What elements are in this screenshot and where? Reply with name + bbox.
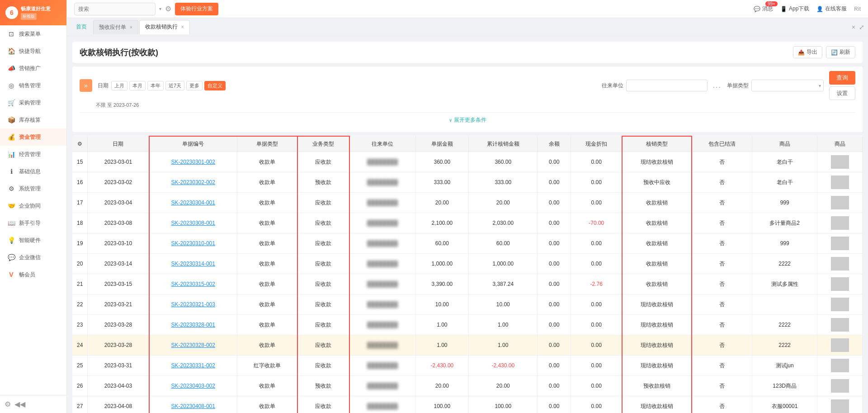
filter-partner-label: 往来单位 xyxy=(602,82,623,90)
cell-balance: 0.00 xyxy=(538,152,571,172)
cell-writeoff-type: 收款核销 xyxy=(622,254,692,274)
filter-date-this-year[interactable]: 本年 xyxy=(147,81,164,90)
cell-seq: 27 xyxy=(72,396,88,413)
cell-date: 2023-03-08 xyxy=(88,213,149,233)
tab-collection-close[interactable]: × xyxy=(181,24,184,29)
sidebar-item-wechat[interactable]: 💬 企业微信 xyxy=(0,249,66,266)
refresh-btn[interactable]: 🔄 刷新 xyxy=(826,46,855,58)
sidebar-settings-btn[interactable]: ⚙ xyxy=(5,400,11,408)
cell-balance: 0.00 xyxy=(538,315,571,335)
filter-date-this-month[interactable]: 本月 xyxy=(129,81,146,90)
tab-prepay-close[interactable]: × xyxy=(130,25,132,30)
filter-date-custom[interactable]: 自定义 xyxy=(204,81,226,90)
tab-home[interactable]: 首页 xyxy=(71,20,92,34)
cell-biz-type: 应收款 xyxy=(297,274,349,294)
sidebar-item-sales[interactable]: ◎ 销售管理 xyxy=(0,77,66,94)
cell-seq: 19 xyxy=(72,233,88,254)
filter-dots[interactable]: ... xyxy=(713,81,722,90)
cell-balance: 0.00 xyxy=(538,213,571,233)
cell-date: 2023-03-28 xyxy=(88,315,149,335)
nav-chevron-icon[interactable]: ▾ xyxy=(159,6,161,11)
sidebar-item-operations[interactable]: 📊 经营管理 xyxy=(0,146,66,163)
filter-date-7days[interactable]: 近7天 xyxy=(165,81,184,90)
expand-chevron-icon: ∨ xyxy=(449,118,452,123)
tab-bar: 首页 预收应付单 × 收款核销执行 × × ⤢ xyxy=(67,18,868,36)
cell-seq: 15 xyxy=(72,152,88,172)
filter-partner-input[interactable] xyxy=(626,80,708,91)
filter-toggle-btn[interactable]: » xyxy=(80,79,92,92)
cell-amount: 20.00 xyxy=(415,193,468,213)
nav-search-input[interactable] xyxy=(74,3,156,15)
cell-voucher-no: SK-20230315-002 xyxy=(149,274,237,294)
cell-biz-type: 预收款 xyxy=(297,376,349,396)
tab-close-all-icon[interactable]: × xyxy=(852,24,855,31)
sidebar-item-member[interactable]: V 畅会员 xyxy=(0,266,66,283)
cell-cash-discount: 0.00 xyxy=(571,152,623,172)
tab-collection[interactable]: 收款核销执行 × xyxy=(139,20,190,34)
sidebar-item-basics[interactable]: ℹ 基础信息 xyxy=(0,163,66,180)
cell-writeoff-type: 预收中应收 xyxy=(622,172,692,193)
cell-cash-discount: 0.00 xyxy=(571,315,623,335)
page-title-bar: 收款核销执行(按收款) 📤 导出 🔄 刷新 xyxy=(72,42,863,63)
filter-expand-btn[interactable]: ∨ 展开更多条件 xyxy=(81,114,854,126)
cell-include-settled: 否 xyxy=(692,193,752,213)
cell-amount: 1.00 xyxy=(415,315,468,335)
sidebar-item-inventory[interactable]: 📦 库存核算 xyxy=(0,111,66,128)
export-btn[interactable]: 📤 导出 xyxy=(793,46,822,58)
cell-include-settled: 否 xyxy=(692,172,752,193)
solution-btn[interactable]: 体验行业方案 xyxy=(175,3,218,15)
cell-product2 xyxy=(817,315,863,335)
cell-cumulative: 360.00 xyxy=(469,152,538,172)
sidebar-collapse-btn[interactable]: ◀◀ xyxy=(14,400,25,408)
table-row: 182023-03-08SK-20230308-001收款单应收款███████… xyxy=(72,213,863,233)
sidebar-item-finance[interactable]: 💰 资金管理 xyxy=(0,128,66,146)
cell-biz-type: 应收款 xyxy=(297,356,349,376)
refresh-icon: 🔄 xyxy=(831,49,838,56)
sidebar-item-collab[interactable]: 🤝 企业协同 xyxy=(0,197,66,214)
table-scroll[interactable]: ⚙ 日期 单据编号 单据类型 业务类型 往来单位 单据金额 累计核销金额 余额 … xyxy=(72,136,863,413)
filter-date-last-month[interactable]: 上月 xyxy=(111,81,127,90)
col-settings-header[interactable]: ⚙ xyxy=(72,136,88,152)
cell-partner: ████████ xyxy=(349,335,416,356)
sidebar-item-quicknav[interactable]: 🏠 快捷导航 xyxy=(0,43,66,60)
tab-prepay[interactable]: 预收应付单 × xyxy=(93,20,138,34)
cell-cash-discount: 0.00 xyxy=(571,233,623,254)
cell-voucher-no: SK-20230328-002 xyxy=(149,335,237,356)
export-icon: 📤 xyxy=(798,49,805,56)
cell-amount: -2,430.00 xyxy=(415,356,468,376)
sidebar-item-system[interactable]: ⚙ 系统管理 xyxy=(0,180,66,197)
cell-seq: 17 xyxy=(72,193,88,213)
service-btn[interactable]: 👤 在线客服 xyxy=(816,5,847,13)
app-download-btn[interactable]: 📱 App下载 xyxy=(780,5,809,13)
member-icon: V xyxy=(7,271,15,279)
cell-cumulative: 1.00 xyxy=(469,315,538,335)
cell-product: 衣服00001 xyxy=(752,396,817,413)
col-biz-type-header: 业务类型 xyxy=(297,136,349,152)
col-cumulative-header: 累计核销金额 xyxy=(469,136,538,152)
filter-settings-btn[interactable]: 设置 xyxy=(829,86,855,100)
table-row: 252023-03-31SK-20230331-002红字收款单应收款█████… xyxy=(72,356,863,376)
sidebar-item-marketing[interactable]: 📣 营销推广 xyxy=(0,60,66,77)
filter-date-more[interactable]: 更多 xyxy=(186,81,203,90)
cell-amount: 3,390.00 xyxy=(415,274,468,294)
basics-icon: ℹ xyxy=(7,167,15,176)
cell-balance: 0.00 xyxy=(538,376,571,396)
sidebar-item-guide[interactable]: 📖 新手引导 xyxy=(0,214,66,232)
cell-cumulative: 1.00 xyxy=(469,335,538,356)
filter-voucher-type-select[interactable] xyxy=(751,80,824,91)
filter-bar: » 日期 上月 本月 本年 近7天 更多 自定义 往来单位 xyxy=(72,66,863,132)
query-btn[interactable]: 查询 xyxy=(829,71,855,85)
cell-seq: 24 xyxy=(72,335,88,356)
tab-expand-icon[interactable]: ⤢ xyxy=(859,24,864,31)
col-voucher-no-header: 单据编号 xyxy=(149,136,237,152)
sidebar-item-search[interactable]: ⊡ 搜索菜单 xyxy=(0,25,66,43)
cell-writeoff-type: 收款核销 xyxy=(622,213,692,233)
user-name[interactable]: Rit xyxy=(854,6,861,12)
messages-btn[interactable]: 💬 消息 99+ xyxy=(754,5,773,13)
sidebar-logo: 6 畅康道好生意 标推版 xyxy=(0,0,66,25)
cell-date: 2023-03-21 xyxy=(88,294,149,315)
sidebar-item-hardware[interactable]: 💡 智能硬件 xyxy=(0,232,66,249)
sidebar-item-purchase[interactable]: 🛒 采购管理 xyxy=(0,94,66,111)
cell-cumulative: 60.00 xyxy=(469,233,538,254)
nav-gear-icon[interactable]: ⚙ xyxy=(165,5,171,13)
